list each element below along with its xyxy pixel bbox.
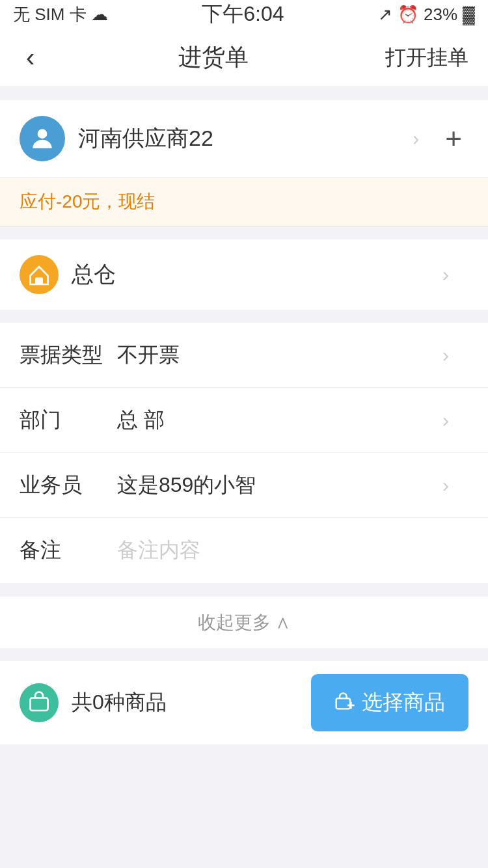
person-icon [28,124,57,153]
status-bar: 无 SIM 卡 ☁ 下午6:04 ↗ ⏰ 23% ▓ [0,0,488,29]
department-row[interactable]: 部门 总 部 › [0,388,488,453]
select-product-label: 选择商品 [362,688,445,717]
remark-row[interactable]: 备注 备注内容 [0,518,488,583]
select-product-button[interactable]: 选择商品 [311,674,468,731]
svg-rect-2 [31,698,48,711]
supplier-section: 河南供应商22 › + 应付-20元，现结 [0,100,488,226]
status-right: ↗ ⏰ 23% ▓ [378,5,475,25]
svg-rect-3 [336,698,350,709]
warehouse-section: 总仓 › [0,239,488,310]
status-time: 下午6:04 [202,0,284,29]
remark-label: 备注 [20,536,117,565]
status-left: 无 SIM 卡 ☁ [13,3,108,26]
department-chevron: › [442,409,449,431]
warehouse-icon-wrap [20,255,59,294]
section-gap-1 [0,87,488,100]
supplier-row[interactable]: 河南供应商22 › + [0,100,488,178]
department-label: 部门 [20,406,117,435]
supplier-name: 河南供应商22 [78,124,413,154]
svg-point-0 [38,129,47,139]
salesperson-label: 业务员 [20,471,117,500]
supplier-avatar [20,116,65,161]
notice-text: 应付-20元，现结 [20,191,155,211]
department-value: 总 部 [117,406,442,435]
remark-input[interactable]: 备注内容 [117,536,468,565]
page-rest [0,744,488,868]
invoice-type-label: 票据类型 [20,341,117,370]
back-button[interactable]: ‹ [20,36,41,79]
cart-icon [27,691,51,714]
supplier-chevron-icon: › [413,128,419,150]
invoice-type-value: 不开票 [117,341,442,370]
notice-banner: 应付-20元，现结 [0,178,488,226]
location-icon: ↗ [378,5,392,25]
warehouse-chevron-icon: › [442,264,449,286]
product-icon-wrap [20,683,59,722]
section-gap-2 [0,226,488,239]
collapse-row[interactable]: 收起更多 ∧ [0,596,488,648]
sim-status: 无 SIM 卡 ☁ [13,3,108,26]
form-section: 票据类型 不开票 › 部门 总 部 › 业务员 这是859的小智 › 备注 备注… [0,323,488,583]
warehouse-icon [27,263,51,286]
collapse-label: 收起更多 ∧ [198,610,291,635]
battery-icon: ▓ [463,5,475,25]
add-supplier-button[interactable]: + [439,122,468,155]
salesperson-row[interactable]: 业务员 这是859的小智 › [0,453,488,518]
bottom-bar: 共0种商品 选择商品 [0,661,488,744]
warehouse-row[interactable]: 总仓 › [0,239,488,310]
product-count: 共0种商品 [72,688,311,717]
invoice-type-row[interactable]: 票据类型 不开票 › [0,323,488,388]
add-cart-icon [334,692,355,713]
invoice-type-chevron: › [442,344,449,366]
alarm-icon: ⏰ [398,5,418,25]
svg-rect-1 [35,278,43,285]
nav-bar: ‹ 进货单 打开挂单 [0,29,488,87]
battery-level: 23% [424,5,457,25]
warehouse-label: 总仓 [72,260,442,290]
open-pending-button[interactable]: 打开挂单 [385,44,468,72]
page-title: 进货单 [178,42,249,74]
salesperson-chevron: › [442,474,449,496]
salesperson-value: 这是859的小智 [117,471,442,500]
